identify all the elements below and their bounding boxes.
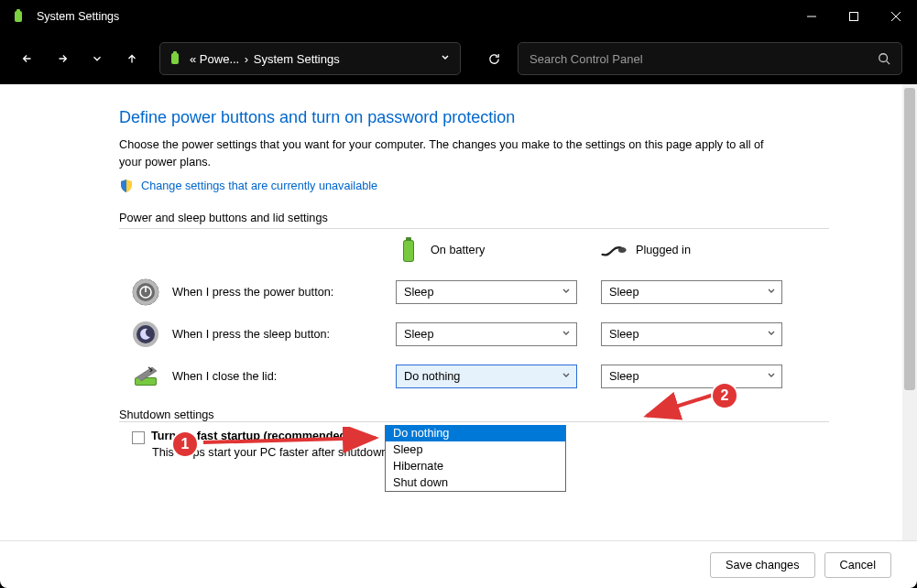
search-placeholder: Search Control Panel [529,52,643,66]
svg-rect-7 [173,51,177,54]
svg-rect-22 [136,378,156,385]
chevron-down-icon [766,286,777,297]
svg-point-13 [618,247,626,253]
svg-rect-0 [15,11,22,22]
content-area: Define power buttons and turn on passwor… [0,84,917,540]
breadcrumb-dropdown-button[interactable] [440,52,451,66]
window: System Settings « Powe... › System Setti… [0,0,917,588]
page-title: Define power buttons and turn on passwor… [119,108,829,127]
svg-line-24 [647,394,716,416]
chevron-down-icon [766,328,777,339]
up-button[interactable] [117,40,147,77]
dropdown-option[interactable]: Do nothing [386,425,565,441]
chevron-down-icon [561,370,572,381]
close-button[interactable] [875,0,917,33]
dropdown-option[interactable]: Sleep [386,441,565,458]
recent-dropdown-button[interactable] [82,40,112,77]
titlebar: System Settings [0,0,917,33]
breadcrumb-parent[interactable]: Powe... [200,52,239,66]
svg-rect-1 [16,9,20,12]
close-lid-battery-dropdown[interactable]: Do nothing Sleep Hibernate Shut down [385,425,566,492]
navbar: « Powe... › System Settings Search Contr… [0,33,917,84]
row-power-button-label: When I press the power button: [119,278,385,306]
sleep-button-battery-select[interactable]: Sleep [396,322,577,346]
section-power-sleep-title: Power and sleep buttons and lid settings [119,212,829,224]
svg-rect-11 [404,241,413,261]
svg-line-23 [203,438,376,442]
chevron-down-icon [766,370,777,381]
svg-rect-3 [850,13,858,21]
battery-icon [396,236,421,264]
battery-icon [168,51,182,66]
annotation-badge-1: 1 [171,430,199,458]
back-button[interactable] [13,40,42,77]
vertical-scrollbar[interactable] [902,84,917,540]
breadcrumb-prefix: « [190,52,196,66]
close-lid-plugged-select[interactable]: Sleep [601,365,782,388]
plug-icon [601,236,627,264]
sleep-button-icon [132,321,159,348]
search-icon [878,52,890,65]
cancel-button[interactable]: Cancel [824,552,892,578]
breadcrumb-current[interactable]: System Settings [254,52,340,66]
shield-icon [119,179,134,193]
window-title: System Settings [37,10,791,23]
admin-link[interactable]: Change settings that are currently unava… [141,180,377,192]
power-button-icon [132,278,159,306]
svg-rect-6 [171,53,179,64]
dropdown-option[interactable]: Hibernate [386,458,565,474]
chevron-down-icon [561,328,572,339]
svg-rect-12 [406,237,411,241]
chevron-right-icon: › [241,52,252,66]
scrollbar-thumb[interactable] [904,88,915,390]
annotation-badge-2: 2 [711,382,738,409]
refresh-button[interactable] [475,42,512,75]
save-changes-button[interactable]: Save changes [710,552,814,578]
footer: Save changes Cancel [0,540,917,588]
minimize-button[interactable] [791,0,833,33]
svg-point-8 [879,54,888,62]
sleep-button-plugged-select[interactable]: Sleep [601,322,782,346]
maximize-button[interactable] [833,0,875,33]
page-subtitle: Choose the power settings that you want … [119,136,788,171]
row-close-lid-label: When I close the lid: [119,363,385,390]
search-input[interactable]: Search Control Panel [518,42,902,75]
power-button-plugged-select[interactable]: Sleep [601,280,782,304]
lid-icon [132,363,159,390]
forward-button[interactable] [48,40,77,77]
dropdown-option[interactable]: Shut down [386,474,565,491]
fast-startup-checkbox[interactable] [132,431,145,444]
header-on-battery: On battery [396,236,590,264]
chevron-down-icon [561,286,572,297]
power-button-battery-select[interactable]: Sleep [396,280,577,304]
header-plugged-in: Plugged in [601,236,795,264]
svg-line-9 [887,61,890,65]
close-lid-battery-select[interactable]: Do nothing [396,365,577,388]
row-sleep-button-label: When I press the sleep button: [119,321,385,348]
annotation-arrow-1 [202,427,385,454]
breadcrumb[interactable]: « Powe... › System Settings [159,42,461,75]
app-icon [11,9,26,24]
